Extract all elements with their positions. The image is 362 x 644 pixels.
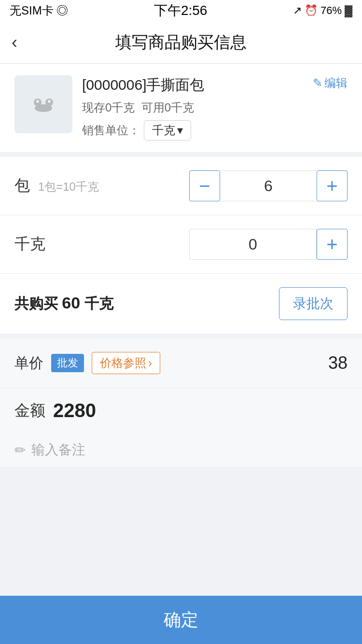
edit-button[interactable]: ✎ 编辑	[313, 75, 348, 91]
nav-bar: ‹ 填写商品购买信息	[0, 21, 362, 64]
kg-label: 千克	[14, 234, 189, 255]
bao-row: 包 1包=10千克 − 6 +	[0, 157, 362, 215]
svg-point-2	[35, 104, 52, 112]
remark-row[interactable]: ✏ 输入备注	[14, 433, 348, 467]
alarm-icon: ⏰	[305, 4, 318, 17]
product-card: [0000006]手撕面包 现存0千克 可用0千克 销售单位： 千克 ▾ ✎ 编…	[0, 64, 362, 157]
status-right: ↗ ⏰ 76% ▓	[293, 4, 352, 17]
edit-icon: ✎	[313, 76, 322, 90]
price-row: 单价 批发 价格参照 › 38	[14, 352, 348, 374]
bao-decrement-button[interactable]: −	[189, 170, 220, 201]
kg-row: 千克 0 +	[0, 215, 362, 273]
price-reference-button[interactable]: 价格参照 ›	[92, 352, 160, 374]
kg-input[interactable]: 0	[189, 229, 317, 260]
page-title: 填写商品购买信息	[115, 31, 247, 54]
location-icon: ↗	[293, 4, 302, 17]
product-info: [0000006]手撕面包 现存0千克 可用0千克 销售单位： 千克 ▾	[82, 75, 303, 140]
product-unit-row: 销售单位： 千克 ▾	[82, 120, 303, 140]
bao-label: 包 1包=10千克	[14, 175, 189, 196]
status-time: 下午2:56	[154, 1, 208, 20]
amount-label: 金额	[14, 400, 45, 421]
amount-value: 2280	[53, 400, 96, 421]
pencil-icon: ✏	[14, 442, 26, 458]
battery-icon: ▓	[345, 4, 352, 17]
price-section: 单价 批发 价格参照 › 38	[0, 338, 362, 388]
confirm-button[interactable]: 确定	[0, 596, 362, 644]
amount-section: 金额 2280 ✏ 输入备注	[0, 388, 362, 467]
price-type-tag: 批发	[51, 354, 84, 372]
kg-qty-control: 0 +	[189, 229, 348, 260]
remark-placeholder: 输入备注	[31, 441, 85, 459]
back-button[interactable]: ‹	[12, 32, 17, 53]
total-text: 共购买 60 千克	[14, 294, 113, 314]
sim-wifi-status: 无SIM卡 ◎	[10, 3, 68, 18]
battery-status: 76%	[320, 4, 342, 17]
product-name: [0000006]手撕面包	[82, 75, 303, 95]
status-left: 无SIM卡 ◎	[10, 3, 68, 18]
quantity-section: 包 1包=10千克 − 6 + 千克 0 +	[0, 157, 362, 274]
unit-select[interactable]: 千克 ▾	[144, 120, 191, 140]
product-thumbnail	[14, 75, 72, 133]
record-batch-button[interactable]: 录批次	[279, 287, 348, 320]
amount-row: 金额 2280	[14, 400, 348, 421]
price-value: 38	[328, 353, 348, 373]
total-row: 共购买 60 千克 录批次	[0, 274, 362, 338]
price-label: 单价	[14, 353, 43, 373]
svg-point-3	[36, 100, 39, 103]
dropdown-icon: ▾	[177, 124, 183, 137]
product-logo-icon	[28, 89, 59, 120]
status-bar: 无SIM卡 ◎ 下午2:56 ↗ ⏰ 76% ▓	[0, 0, 362, 21]
svg-point-4	[48, 100, 51, 103]
bao-input[interactable]: 6	[220, 170, 317, 201]
bao-qty-control: − 6 +	[189, 170, 348, 201]
empty-space	[0, 467, 362, 612]
bao-increment-button[interactable]: +	[317, 170, 348, 201]
product-stock: 现存0千克 可用0千克	[82, 100, 303, 115]
kg-increment-button[interactable]: +	[317, 229, 348, 260]
